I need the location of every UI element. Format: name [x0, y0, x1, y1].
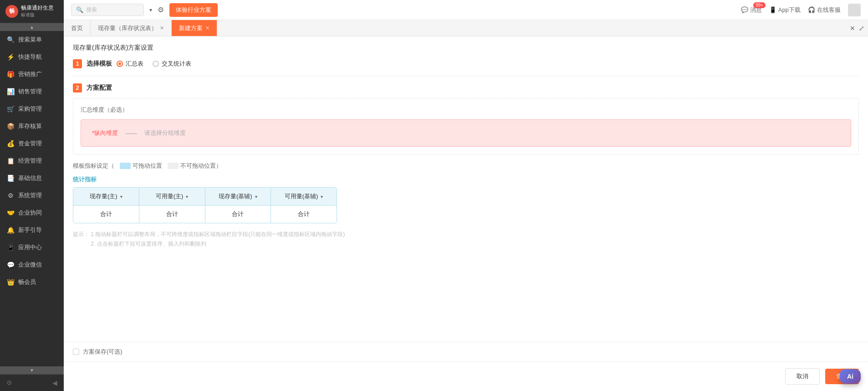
- header-left: 🔍 搜索 ▾ ⚙ 体验行业方案: [71, 3, 218, 17]
- top-header: 🔍 搜索 ▾ ⚙ 体验行业方案 💬 消息 99+ 📱 App下载 🎧 在线客服: [64, 0, 868, 20]
- header-search-box: 🔍 搜索: [71, 4, 144, 16]
- sidebar-item-wechat[interactable]: 💬 企业微信: [0, 256, 64, 273]
- col-chevron-3[interactable]: ▾: [321, 194, 323, 199]
- system-icon: ⚙: [6, 191, 15, 200]
- sidebar-item-purchase[interactable]: 🛒 采购管理: [0, 100, 64, 118]
- tab-inventory-close[interactable]: ✕: [160, 25, 164, 31]
- tab-inventory[interactable]: 现存量（库存状况表） ✕: [91, 20, 172, 36]
- page-title: 现存量(库存状况表)方案设置: [73, 44, 859, 52]
- step1-title: 选择模板: [87, 60, 112, 68]
- scroll-up-btn[interactable]: ▲: [0, 23, 64, 31]
- sidebar-item-label: 畅会员: [18, 278, 36, 286]
- inventory-icon: 📦: [6, 122, 15, 130]
- step2-title: 方案配置: [87, 84, 112, 92]
- vertical-dim-label: *纵向维度: [92, 129, 118, 137]
- step2-num: 2: [73, 83, 82, 93]
- sidebar-item-inventory[interactable]: 📦 库存核算: [0, 118, 64, 135]
- newbie-icon: 🔔: [6, 226, 15, 234]
- panel-close-btn[interactable]: ✕: [850, 25, 855, 32]
- sidebar-item-finance[interactable]: 💰 资金管理: [0, 135, 64, 152]
- col-header-0[interactable]: 现存量(主) ▾: [73, 188, 139, 206]
- trial-button[interactable]: 体验行业方案: [169, 3, 218, 17]
- sidebar-settings-btn[interactable]: ⚙: [6, 379, 12, 386]
- apps-icon: 📱: [6, 243, 15, 252]
- sidebar-item-label: 库存核算: [18, 122, 42, 130]
- save-label: 方案保存(可选): [83, 348, 123, 356]
- step1-num: 1: [73, 59, 82, 68]
- radio-summary[interactable]: 汇总表: [117, 60, 143, 68]
- sidebar-logo: 畅 畅康通好生意 标准版: [0, 0, 64, 23]
- message-btn[interactable]: 💬 消息 99+: [741, 6, 762, 14]
- sidebar-item-label: 企业协同: [18, 209, 42, 217]
- scroll-down-btn[interactable]: ▼: [0, 366, 64, 374]
- col-summary-0: 合计: [73, 206, 139, 223]
- tip-0: 提示： 1.拖动标题栏可以调整布局，不可跨维度或指标区域拖动栏目字段(只能在同一…: [73, 231, 859, 238]
- tab-new-label: 新建方案: [179, 24, 203, 32]
- message-icon: 💬: [741, 6, 748, 13]
- cancel-button[interactable]: 取消: [785, 368, 820, 385]
- radio-cross[interactable]: 交叉统计表: [153, 60, 191, 68]
- save-checkbox[interactable]: [73, 349, 79, 355]
- message-badge: 99+: [753, 2, 766, 8]
- sidebar-item-basic[interactable]: 📑 基础信息: [0, 170, 64, 187]
- radio-summary-dot: [117, 61, 123, 67]
- user-avatar[interactable]: [848, 4, 861, 16]
- app-download-btn[interactable]: 📱 App下载: [769, 6, 801, 14]
- sidebar: 畅 畅康通好生意 标准版 ▲ 🔍 搜索菜单 ⚡ 快捷导航 🎁 营销推广 📊 销售…: [0, 0, 64, 391]
- radio-cross-dot: [153, 61, 159, 67]
- radio-summary-label: 汇总表: [126, 60, 143, 68]
- dimension-row[interactable]: *纵向维度 —— 请选择分组维度: [81, 119, 851, 147]
- stats-table-wrap: 统计指标 现存量(主) ▾ 可用量(主) ▾: [73, 175, 859, 223]
- tab-home-label: 首页: [71, 24, 83, 32]
- sidebar-item-label: 销售管理: [18, 87, 42, 96]
- sidebar-item-newbie[interactable]: 🔔 新手引导: [0, 221, 64, 239]
- col-header-1[interactable]: 可用量(主) ▾: [139, 188, 205, 206]
- dimension-placeholder: 请选择分组维度: [144, 129, 186, 137]
- sidebar-item-apps[interactable]: 📱 应用中心: [0, 239, 64, 256]
- sidebar-item-member[interactable]: 👑 畅会员: [0, 273, 64, 291]
- sidebar-item-marketing[interactable]: 🎁 营销推广: [0, 66, 64, 83]
- sidebar-item-enterprise[interactable]: 🤝 企业协同: [0, 204, 64, 221]
- tab-new-close[interactable]: ✕: [205, 25, 209, 31]
- sidebar-item-business[interactable]: 📋 经营管理: [0, 152, 64, 170]
- page-area: 现存量(库存状况表)方案设置 1 选择模板 汇总表 交叉统计表: [64, 36, 868, 391]
- col-summary-3: 合计: [271, 206, 337, 223]
- service-icon: 🎧: [808, 6, 815, 13]
- section1-header: 1 选择模板 汇总表 交叉统计表: [73, 59, 859, 68]
- sidebar-item-quick[interactable]: ⚡ 快捷导航: [0, 48, 64, 66]
- col-summary-1: 合计: [139, 206, 205, 223]
- tab-bar: 首页 现存量（库存状况表） ✕ 新建方案 ✕ ✕ ⤢: [64, 20, 868, 36]
- panel-expand-btn[interactable]: ⤢: [859, 25, 864, 32]
- tab-home[interactable]: 首页: [64, 20, 91, 36]
- sidebar-item-system[interactable]: ⚙ 系统管理: [0, 187, 64, 204]
- indicator-settings: 模板指标设定（ 可拖动位置 不可拖动位置） 统计指标: [73, 162, 859, 248]
- sidebar-item-search[interactable]: 🔍 搜索菜单: [0, 31, 64, 48]
- stats-label: 统计指标: [73, 175, 859, 184]
- sidebar-collapse-btn[interactable]: ◀: [52, 379, 57, 386]
- tab-new[interactable]: 新建方案 ✕: [172, 20, 217, 36]
- finance-icon: 💰: [6, 139, 15, 148]
- col-header-3[interactable]: 可用量(基辅) ▾: [271, 188, 337, 206]
- wechat-icon: 💬: [6, 261, 15, 269]
- col-chevron-1[interactable]: ▾: [186, 194, 188, 199]
- col-header-2[interactable]: 现存量(基辅) ▾: [205, 188, 271, 206]
- sidebar-footer: ⚙ ◀: [0, 374, 64, 391]
- footer-actions: 取消 查询: [64, 361, 868, 391]
- tip-text-0: 1.拖动标题栏可以调整布局，不可跨维度或指标区域拖动栏目字段(只能在同一维度或指…: [91, 231, 345, 237]
- tab-inventory-label: 现存量（库存状况表）: [98, 24, 157, 32]
- col-chevron-2[interactable]: ▾: [255, 194, 257, 199]
- ai-float-button[interactable]: Ai: [840, 369, 861, 384]
- tip-spacer: [73, 241, 89, 247]
- app-name: 畅康通好生意: [21, 5, 54, 12]
- tip-1: 2. 点击标题栏下拉可设置排序、插入列和删除列: [73, 240, 859, 248]
- member-icon: 👑: [6, 278, 15, 286]
- main-content: 🔍 搜索 ▾ ⚙ 体验行业方案 💬 消息 99+ 📱 App下载 🎧 在线客服: [64, 0, 868, 391]
- col-chevron-0[interactable]: ▾: [120, 194, 123, 199]
- online-service-btn[interactable]: 🎧 在线客服: [808, 6, 841, 14]
- sidebar-item-sales[interactable]: 📊 销售管理: [0, 83, 64, 100]
- stat-table: 现存量(主) ▾ 可用量(主) ▾ 现存量(基辅) ▾: [73, 187, 337, 223]
- gear-icon[interactable]: ⚙: [158, 5, 164, 14]
- header-dropdown-btn[interactable]: ▾: [149, 7, 152, 13]
- sidebar-nav: 🔍 搜索菜单 ⚡ 快捷导航 🎁 营销推广 📊 销售管理 🛒 采购管理 📦 库存核…: [0, 31, 64, 366]
- draggable-badge: 可拖动位置: [120, 162, 162, 170]
